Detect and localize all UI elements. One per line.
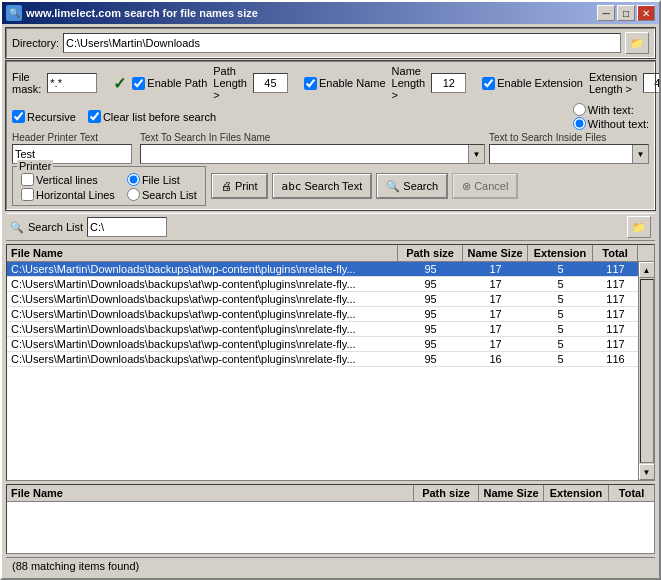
- printer-buttons-row: Printer Vertical lines Horizontal Lines: [12, 166, 649, 206]
- vertical-lines-label[interactable]: Vertical lines: [21, 173, 115, 186]
- print-button[interactable]: 🖨 Print: [212, 174, 267, 198]
- search-text-icon: abc: [282, 180, 302, 193]
- td-file-name: C:\Users\Martin\Downloads\backups\at\wp-…: [7, 292, 398, 306]
- th2-name-size[interactable]: Name Size: [479, 485, 544, 501]
- enable-name-label[interactable]: Enable Name: [304, 77, 386, 90]
- recursive-label[interactable]: Recursive: [12, 110, 76, 123]
- clear-list-checkbox[interactable]: [88, 110, 101, 123]
- without-text-label[interactable]: Without text:: [573, 117, 649, 130]
- file-mask-input[interactable]: [47, 73, 97, 93]
- enable-extension-label[interactable]: Enable Extension: [482, 77, 583, 90]
- scroll-track[interactable]: [640, 279, 654, 463]
- search-list-input[interactable]: [87, 217, 167, 237]
- with-text-label[interactable]: With text:: [573, 103, 649, 116]
- search-list-label[interactable]: Search List: [127, 188, 197, 201]
- search-inputs-row: ▼ ▼: [12, 144, 649, 164]
- search-list-radio[interactable]: [127, 188, 140, 201]
- td-total: 117: [593, 307, 638, 321]
- file-list-radio[interactable]: [127, 173, 140, 186]
- file-list-label[interactable]: File List: [127, 173, 197, 186]
- search-list-browse-button[interactable]: 📁: [627, 216, 651, 238]
- name-length-input[interactable]: [431, 73, 466, 93]
- search-list-row: 🔍 Search List 📁: [6, 213, 655, 241]
- th-scroll-spacer: [638, 245, 654, 261]
- name-length-label: Name Length >: [392, 65, 426, 101]
- th-total[interactable]: Total: [593, 245, 638, 261]
- th-name-size[interactable]: Name Size: [463, 245, 528, 261]
- options-panel: File mask: ✓ Enable Path Path Length > E…: [6, 61, 655, 210]
- app-icon: 🔍: [6, 5, 22, 21]
- td-file-name: C:\Users\Martin\Downloads\backups\at\wp-…: [7, 307, 398, 321]
- td-name-size: 17: [463, 322, 528, 336]
- text-to-search-combo[interactable]: ▼: [140, 144, 485, 164]
- table-row[interactable]: C:\Users\Martin\Downloads\backups\at\wp-…: [7, 307, 638, 322]
- clear-list-label[interactable]: Clear list before search: [88, 110, 216, 123]
- file-mask-row: File mask: ✓ Enable Path Path Length > E…: [12, 65, 649, 101]
- text-inside-input[interactable]: [490, 145, 632, 163]
- th2-total[interactable]: Total: [609, 485, 654, 501]
- td-extension: 5: [528, 307, 593, 321]
- text-to-search-input[interactable]: [141, 145, 468, 163]
- th2-extension[interactable]: Extension: [544, 485, 609, 501]
- print-icon: 🖨: [221, 180, 232, 192]
- td-path-size: 95: [398, 337, 463, 351]
- with-text-radio[interactable]: [573, 103, 586, 116]
- scroll-up-button[interactable]: ▲: [639, 262, 655, 278]
- td-path-size: 95: [398, 277, 463, 291]
- td-file-name: C:\Users\Martin\Downloads\backups\at\wp-…: [7, 322, 398, 336]
- th-file-name[interactable]: File Name: [7, 245, 398, 261]
- without-text-radio[interactable]: [573, 117, 586, 130]
- td-total: 117: [593, 322, 638, 336]
- search-text-button[interactable]: abc Search Text: [273, 174, 372, 198]
- th2-path-size[interactable]: Path size: [414, 485, 479, 501]
- search-header-row: Header Printer Text Text To Search In Fi…: [12, 132, 649, 143]
- cancel-button[interactable]: ⊗ Cancel: [453, 174, 517, 198]
- enable-extension-checkbox[interactable]: [482, 77, 495, 90]
- table-body[interactable]: C:\Users\Martin\Downloads\backups\at\wp-…: [7, 262, 638, 480]
- td-extension: 5: [528, 277, 593, 291]
- td-name-size: 17: [463, 292, 528, 306]
- td-name-size: 16: [463, 352, 528, 366]
- main-scrollbar[interactable]: ▲ ▼: [638, 262, 654, 480]
- enable-path-label[interactable]: Enable Path: [132, 77, 207, 90]
- extension-length-input[interactable]: [643, 73, 659, 93]
- minimize-button[interactable]: ─: [597, 5, 615, 21]
- td-path-size: 95: [398, 322, 463, 336]
- text-to-search-dropdown[interactable]: ▼: [468, 145, 484, 163]
- horizontal-lines-checkbox[interactable]: [21, 188, 34, 201]
- recursive-checkbox[interactable]: [12, 110, 25, 123]
- search-button[interactable]: 🔍 Search: [377, 174, 447, 198]
- th-extension[interactable]: Extension: [528, 245, 593, 261]
- table-row[interactable]: C:\Users\Martin\Downloads\backups\at\wp-…: [7, 322, 638, 337]
- directory-input[interactable]: [63, 33, 621, 53]
- text-inside-combo[interactable]: ▼: [489, 144, 649, 164]
- vertical-lines-checkbox[interactable]: [21, 173, 34, 186]
- table-row[interactable]: C:\Users\Martin\Downloads\backups\at\wp-…: [7, 277, 638, 292]
- maximize-button[interactable]: □: [617, 5, 635, 21]
- table2-header: File Name Path size Name Size Extension …: [7, 485, 654, 502]
- scroll-down-button[interactable]: ▼: [639, 464, 655, 480]
- window-controls: ─ □ ✕: [597, 5, 655, 21]
- td-total: 117: [593, 292, 638, 306]
- th-path-size[interactable]: Path size: [398, 245, 463, 261]
- main-table: File Name Path size Name Size Extension …: [6, 244, 655, 481]
- table-row[interactable]: C:\Users\Martin\Downloads\backups\at\wp-…: [7, 262, 638, 277]
- td-extension: 5: [528, 337, 593, 351]
- td-file-name: C:\Users\Martin\Downloads\backups\at\wp-…: [7, 337, 398, 351]
- th2-file-name[interactable]: File Name: [7, 485, 414, 501]
- td-extension: 5: [528, 352, 593, 366]
- enable-name-checkbox[interactable]: [304, 77, 317, 90]
- enable-path-checkbox[interactable]: [132, 77, 145, 90]
- directory-browse-button[interactable]: 📁: [625, 32, 649, 54]
- close-button[interactable]: ✕: [637, 5, 655, 21]
- directory-panel: Directory: 📁: [6, 28, 655, 58]
- directory-label: Directory:: [12, 37, 59, 49]
- table-row[interactable]: C:\Users\Martin\Downloads\backups\at\wp-…: [7, 352, 638, 367]
- table-row[interactable]: C:\Users\Martin\Downloads\backups\at\wp-…: [7, 337, 638, 352]
- cancel-icon: ⊗: [462, 180, 471, 193]
- td-file-name: C:\Users\Martin\Downloads\backups\at\wp-…: [7, 277, 398, 291]
- horizontal-lines-label[interactable]: Horizontal Lines: [21, 188, 115, 201]
- table-row[interactable]: C:\Users\Martin\Downloads\backups\at\wp-…: [7, 292, 638, 307]
- path-length-input[interactable]: [253, 73, 288, 93]
- text-inside-dropdown[interactable]: ▼: [632, 145, 648, 163]
